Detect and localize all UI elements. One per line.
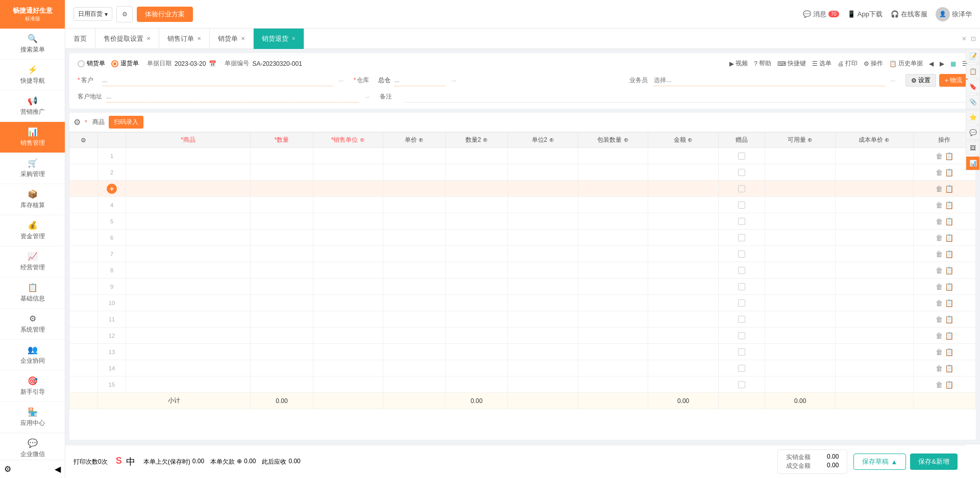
tab-首页[interactable]: 首页 <box>65 29 95 49</box>
settings-button[interactable]: ⚙ 设置 <box>905 74 936 87</box>
gift-checkbox-9[interactable] <box>738 283 745 290</box>
close-tab-icon[interactable]: ✕ <box>962 35 967 42</box>
row-product-5[interactable] <box>126 213 250 230</box>
row-cost-1[interactable] <box>835 148 913 164</box>
row-unit2-15[interactable] <box>508 376 578 393</box>
copy-btn-15[interactable]: 📋 <box>945 381 953 389</box>
sidebar-item-库存核算[interactable]: 📦库存核算 <box>0 184 65 215</box>
row-pack-4[interactable] <box>578 197 648 213</box>
print-btn[interactable]: 🖨 打印 <box>838 59 857 68</box>
address-more-icon[interactable]: ··· <box>363 94 372 100</box>
row-pack-11[interactable] <box>578 311 648 328</box>
table-row[interactable]: 1 🗑 📋 <box>70 148 976 164</box>
customer-more-icon[interactable]: ··· <box>336 78 345 84</box>
row-gift-8[interactable] <box>718 262 765 279</box>
shortcut-btn[interactable]: ⌨ 快捷键 <box>777 59 806 68</box>
row-pack-13[interactable] <box>578 344 648 360</box>
row-cost-8[interactable] <box>835 262 913 279</box>
sidebar-item-企业协同[interactable]: 👥企业协同 <box>0 340 65 371</box>
row-qty2-10[interactable] <box>446 295 508 311</box>
delete-btn-3[interactable]: 🗑 <box>936 185 943 193</box>
row-amount-5[interactable] <box>648 213 718 230</box>
row-avail-3[interactable] <box>765 181 835 197</box>
row-unit-6[interactable] <box>313 230 383 246</box>
gift-checkbox-3[interactable] <box>738 185 745 192</box>
operation-btn[interactable]: ⚙ 操作 <box>864 59 883 68</box>
row-amount-3[interactable] <box>648 181 718 197</box>
gift-checkbox-5[interactable] <box>738 218 745 225</box>
row-cost-6[interactable] <box>835 230 913 246</box>
row-price-12[interactable] <box>383 328 446 344</box>
sidebar-item-新手引导[interactable]: 🎯新手引导 <box>0 371 65 402</box>
table-row[interactable]: 12 🗑 📋 <box>70 328 976 344</box>
remark-input[interactable] <box>404 91 968 103</box>
row-unit2-1[interactable] <box>508 148 578 164</box>
row-unit2-10[interactable] <box>508 295 578 311</box>
row-cost-3[interactable] <box>835 181 913 197</box>
row-product-6[interactable] <box>126 230 250 246</box>
row-amount-11[interactable] <box>648 311 718 328</box>
header-settings-button[interactable]: ⚙ <box>116 6 133 22</box>
row-pack-10[interactable] <box>578 295 648 311</box>
row-product-1[interactable] <box>126 148 250 164</box>
delete-btn-13[interactable]: 🗑 <box>936 348 943 356</box>
save-new-button[interactable]: 保存&新增 <box>910 454 958 470</box>
row-amount-10[interactable] <box>648 295 718 311</box>
copy-btn-3[interactable]: 📋 <box>945 185 953 193</box>
warehouse-more-icon[interactable]: ··· <box>450 78 458 84</box>
copy-btn-11[interactable]: 📋 <box>945 315 953 323</box>
row-unit2-3[interactable] <box>508 181 578 197</box>
row-amount-7[interactable] <box>648 246 718 262</box>
row-unit2-2[interactable] <box>508 164 578 181</box>
row-pack-12[interactable] <box>578 328 648 344</box>
delete-btn-9[interactable]: 🗑 <box>936 283 943 291</box>
row-pack-1[interactable] <box>578 148 648 164</box>
row-amount-8[interactable] <box>648 262 718 279</box>
copy-btn-8[interactable]: 📋 <box>945 266 953 274</box>
row-qty-5[interactable] <box>251 213 313 230</box>
row-pack-14[interactable] <box>578 360 648 376</box>
row-product-8[interactable] <box>126 262 250 279</box>
online-service-button[interactable]: 🎧 在线客服 <box>891 10 927 19</box>
row-gift-1[interactable] <box>718 148 765 164</box>
row-unit-4[interactable] <box>313 197 383 213</box>
row-avail-7[interactable] <box>765 246 835 262</box>
row-unit-3[interactable] <box>313 181 383 197</box>
row-gift-6[interactable] <box>718 230 765 246</box>
row-price-9[interactable] <box>383 279 446 295</box>
row-unit-5[interactable] <box>313 213 383 230</box>
row-avail-12[interactable] <box>765 328 835 344</box>
row-gift-5[interactable] <box>718 213 765 230</box>
gift-checkbox-11[interactable] <box>738 316 745 323</box>
gift-checkbox-14[interactable] <box>738 365 745 372</box>
row-avail-6[interactable] <box>765 230 835 246</box>
table-row[interactable]: 11 🗑 📋 <box>70 311 976 328</box>
row-gift-10[interactable] <box>718 295 765 311</box>
row-gift-13[interactable] <box>718 344 765 360</box>
app-download-button[interactable]: 📱 App下载 <box>847 10 883 19</box>
row-gift-7[interactable] <box>718 246 765 262</box>
row-price-4[interactable] <box>383 197 446 213</box>
row-amount-9[interactable] <box>648 279 718 295</box>
sidebar-item-资金管理[interactable]: 💰资金管理 <box>0 215 65 246</box>
row-product-4[interactable] <box>126 197 250 213</box>
gift-checkbox-7[interactable] <box>738 250 745 258</box>
row-avail-5[interactable] <box>765 213 835 230</box>
bookmark-panel-btn[interactable]: 🔖 <box>966 80 980 94</box>
save-draft-button[interactable]: 保存草稿 ▲ <box>853 454 906 470</box>
gift-checkbox-1[interactable] <box>738 153 745 160</box>
row-price-15[interactable] <box>383 376 446 393</box>
row-unit-9[interactable] <box>313 279 383 295</box>
row-qty2-11[interactable] <box>446 311 508 328</box>
row-price-11[interactable] <box>383 311 446 328</box>
row-avail-13[interactable] <box>765 344 835 360</box>
table-row[interactable]: + 🗑 📋 <box>70 181 976 197</box>
delete-btn-14[interactable]: 🗑 <box>936 364 943 372</box>
gift-checkbox-12[interactable] <box>738 332 745 339</box>
collapse-icon[interactable]: ◀ <box>55 464 61 474</box>
row-pack-6[interactable] <box>578 230 648 246</box>
list-panel-btn[interactable]: 📋 <box>966 64 980 79</box>
row-gift-3[interactable] <box>718 181 765 197</box>
row-amount-4[interactable] <box>648 197 718 213</box>
row-qty2-14[interactable] <box>446 360 508 376</box>
